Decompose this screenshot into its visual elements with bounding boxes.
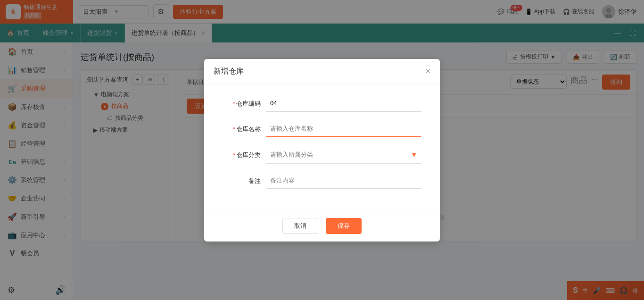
dialog-new-warehouse: 新增仓库 × *仓库编码 *仓库名称 *仓库分类 — [204, 59, 440, 242]
form-row-code: *仓库编码 — [223, 96, 421, 112]
modal-overlay: 新增仓库 × *仓库编码 *仓库名称 *仓库分类 — [0, 0, 644, 300]
dialog-close-button[interactable]: × — [425, 67, 430, 76]
category-input[interactable] — [266, 147, 421, 163]
name-input[interactable] — [266, 121, 421, 137]
save-button[interactable]: 保存 — [326, 218, 362, 234]
name-label: *仓库名称 — [223, 125, 261, 133]
dialog-title: 新增仓库 — [214, 67, 244, 76]
note-label: 备注 — [223, 177, 261, 185]
category-select-wrap: ▼ — [266, 147, 421, 164]
form-row-note: 备注 — [223, 173, 421, 189]
dialog-body: *仓库编码 *仓库名称 *仓库分类 ▼ — [204, 84, 440, 210]
note-input[interactable] — [266, 173, 421, 189]
code-label: *仓库编码 — [223, 100, 261, 108]
dialog-header: 新增仓库 × — [204, 59, 440, 84]
form-row-name: *仓库名称 — [223, 121, 421, 137]
dialog-footer: 取消 保存 — [204, 210, 440, 242]
category-label: *仓库分类 — [223, 151, 261, 159]
code-required-mark: * — [233, 100, 235, 107]
form-row-category: *仓库分类 ▼ — [223, 147, 421, 164]
code-input[interactable] — [266, 96, 421, 112]
cancel-button[interactable]: 取消 — [282, 218, 318, 234]
name-required-mark: * — [233, 125, 235, 133]
category-required-mark: * — [233, 151, 235, 158]
